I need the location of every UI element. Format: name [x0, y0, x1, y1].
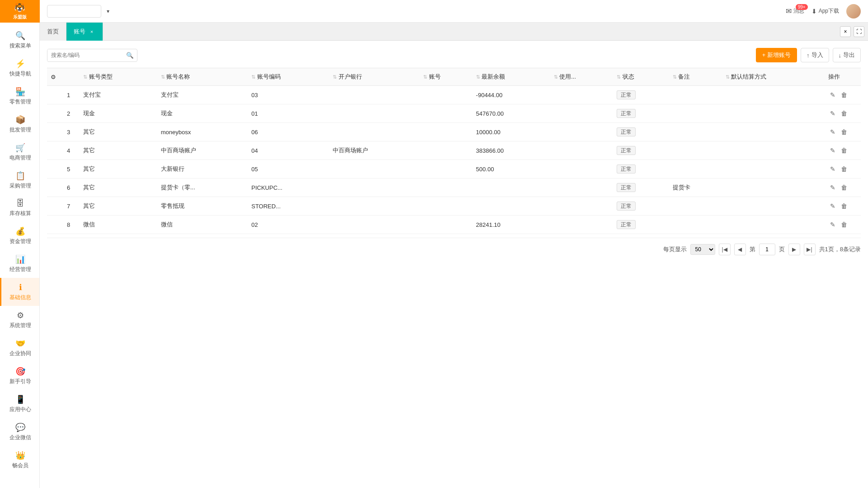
edit-button[interactable]: ✎: [828, 220, 837, 229]
delete-button[interactable]: 🗑: [839, 109, 849, 118]
col-account-code[interactable]: 账号编码: [248, 68, 329, 86]
delete-button[interactable]: 🗑: [839, 146, 849, 155]
search-icon: 🔍: [126, 52, 134, 59]
sidebar-item-basic-info[interactable]: ℹ 基础信息: [0, 278, 39, 306]
next-page-button[interactable]: ▶: [788, 244, 800, 255]
col-account-type[interactable]: 账号类型: [80, 68, 157, 86]
user-avatar[interactable]: [846, 4, 861, 19]
first-page-icon: |◀: [722, 246, 727, 253]
col-default-settlement[interactable]: 默认结算方式: [722, 68, 825, 86]
sort-icon-code: [251, 73, 255, 80]
row-account-type: 其它: [80, 141, 157, 160]
tab-fullscreen-button[interactable]: ⛶: [854, 26, 864, 37]
sidebar-item-purchase-mgmt[interactable]: 📋 采购管理: [0, 166, 39, 194]
header-search-input[interactable]: [47, 5, 101, 18]
app-logo: 🐯 乐盟版: [0, 0, 40, 23]
sidebar-item-app-center[interactable]: 📱 应用中心: [0, 390, 39, 418]
tab-close-button[interactable]: ×: [840, 26, 851, 37]
sort-icon-bank: [333, 73, 337, 80]
col-account-no[interactable]: 账号: [420, 68, 472, 86]
row-account-type: 现金: [80, 104, 157, 123]
sidebar-item-system-mgmt[interactable]: ⚙ 系统管理: [0, 306, 39, 334]
col-account-name[interactable]: 账号名称: [157, 68, 248, 86]
last-page-button[interactable]: ▶|: [804, 244, 816, 255]
delete-button[interactable]: 🗑: [839, 220, 849, 229]
search-input[interactable]: [47, 49, 123, 61]
row-remark: [669, 197, 722, 216]
tab-close-icon[interactable]: ×: [88, 28, 95, 35]
delete-button[interactable]: 🗑: [839, 164, 849, 174]
table-row: 7 其它 零售抵现 STORED... 正常 ✎ 🗑: [47, 197, 861, 216]
table-row: 4 其它 中百商场账户 04 中百商场账户 383866.00 正常 ✎ 🗑: [47, 141, 861, 160]
page-input[interactable]: [759, 244, 775, 255]
row-actions: ✎ 🗑: [825, 86, 861, 104]
sidebar-item-inventory[interactable]: 🗄 库存核算: [0, 194, 39, 222]
col-remark[interactable]: 备注: [669, 68, 722, 86]
pagination: 每页显示 50 20 100 |◀ ◀ 第 页 ▶ ▶| 共1页，8条记录: [47, 238, 861, 255]
edit-button[interactable]: ✎: [828, 202, 837, 211]
col-usage[interactable]: 使用...: [550, 68, 613, 86]
col-latest-balance[interactable]: 最新余额: [472, 68, 550, 86]
row-index: 2: [63, 104, 80, 123]
search-button[interactable]: 🔍: [123, 49, 137, 61]
edit-button[interactable]: ✎: [828, 109, 837, 118]
sidebar-item-label: 新手引导: [9, 378, 31, 385]
delete-button[interactable]: 🗑: [839, 202, 849, 211]
row-usage: [550, 178, 613, 197]
row-account-name: 大新银行: [157, 160, 248, 178]
row-account-code: STORED...: [248, 197, 329, 216]
sidebar-item-label: 库存核算: [9, 210, 31, 217]
header-dropdown[interactable]: [107, 8, 109, 14]
sidebar-item-wholesale-mgmt[interactable]: 📦 批发管理: [0, 110, 39, 138]
add-account-button[interactable]: + 新增账号: [756, 48, 797, 62]
sidebar-item-search-menu[interactable]: 🔍 搜索菜单: [0, 26, 39, 54]
sidebar-item-retail-mgmt[interactable]: 🏪 零售管理: [0, 82, 39, 110]
sort-icon-usage: [554, 73, 558, 80]
row-account-type: 其它: [80, 178, 157, 197]
import-button[interactable]: ↑ 导入: [801, 48, 829, 62]
per-page-select[interactable]: 50 20 100: [690, 244, 715, 255]
edit-button[interactable]: ✎: [828, 90, 837, 99]
app-download-button[interactable]: App下载: [811, 7, 839, 15]
edit-button[interactable]: ✎: [828, 146, 837, 155]
logo-icon: 🐯: [14, 2, 25, 13]
delete-button[interactable]: 🗑: [839, 90, 849, 99]
row-account-code: 05: [248, 160, 329, 178]
sidebar: 🐯 乐盟版 🔍 搜索菜单 ⚡ 快捷导航 🏪 零售管理 📦 批发管理 🛒 电商管理…: [0, 0, 40, 488]
edit-button[interactable]: ✎: [828, 164, 837, 174]
message-button[interactable]: 消息 99+: [786, 7, 804, 15]
sidebar-item-vip[interactable]: 👑 畅会员: [0, 446, 39, 474]
row-bank: 中百商场账户: [329, 141, 420, 160]
col-bank[interactable]: 开户银行: [329, 68, 420, 86]
delete-button[interactable]: 🗑: [839, 183, 849, 192]
message-badge: 99+: [796, 4, 808, 10]
row-default-settlement: [722, 141, 825, 160]
row-index: 8: [63, 216, 80, 234]
sidebar-item-enterprise-agreement[interactable]: 🤝 企业协同: [0, 334, 39, 362]
sidebar-item-enterprise-wechat[interactable]: 💬 企业微信: [0, 418, 39, 446]
sidebar-item-ops-mgmt[interactable]: 📊 经营管理: [0, 250, 39, 278]
col-settings[interactable]: ⚙: [47, 68, 63, 86]
sidebar-item-quick-nav[interactable]: ⚡ 快捷导航: [0, 54, 39, 82]
row-actions: ✎ 🗑: [825, 197, 861, 216]
prev-page-button[interactable]: ◀: [734, 244, 746, 255]
header-right: 消息 99+ App下载: [786, 4, 861, 19]
row-account-no: [420, 104, 472, 123]
sidebar-item-ecommerce-mgmt[interactable]: 🛒 电商管理: [0, 138, 39, 166]
row-remark: [669, 160, 722, 178]
row-status: 正常: [613, 160, 669, 178]
edit-button[interactable]: ✎: [828, 127, 837, 136]
row-account-no: [420, 216, 472, 234]
tab-home[interactable]: 首页: [40, 23, 66, 41]
sidebar-item-fund-mgmt[interactable]: 💰 资金管理: [0, 222, 39, 250]
row-bank: [329, 216, 420, 234]
col-status[interactable]: 状态: [613, 68, 669, 86]
sidebar-item-new-guide[interactable]: 🎯 新手引导: [0, 362, 39, 390]
table-row: 5 其它 大新银行 05 500.00 正常 ✎ 🗑: [47, 160, 861, 178]
edit-button[interactable]: ✎: [828, 183, 837, 192]
first-page-button[interactable]: |◀: [719, 244, 731, 255]
row-account-type: 支付宝: [80, 86, 157, 104]
delete-button[interactable]: 🗑: [839, 127, 849, 136]
export-button[interactable]: ↓ 导出: [833, 48, 861, 62]
tab-account[interactable]: 账号 ×: [66, 23, 103, 41]
